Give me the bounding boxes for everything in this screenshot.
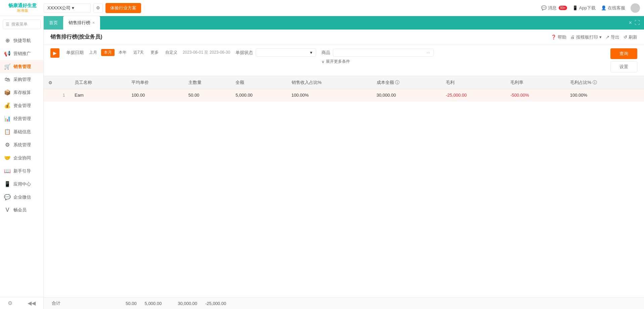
tab-close-icon[interactable]: × [92, 20, 95, 25]
tab-maximize-icon[interactable]: ⛶ [635, 20, 640, 26]
expand-label: 展开更多条件 [326, 59, 350, 64]
cell-profit-pct: 100.00% [566, 89, 644, 101]
date-tab-more[interactable]: 更多 [148, 49, 161, 56]
nav-icon-shortcut: ⊕ [4, 37, 11, 44]
trial-button[interactable]: 体验行业方案 [105, 3, 141, 13]
settings-bottom-icon[interactable]: ⚙ [8, 300, 12, 306]
date-tabs: 上月 本月 本年 近7天 更多 自定义 [86, 49, 180, 56]
sidebar-item-sales[interactable]: 🛒 销售管理 [0, 60, 43, 73]
refresh-button[interactable]: ↺ 刷新 [624, 34, 637, 40]
help-button[interactable]: ❓ 帮助 [551, 34, 566, 40]
date-tab-current-year[interactable]: 本年 [116, 49, 129, 56]
nav-label-wechat: 企业微信 [13, 194, 31, 200]
status-label: 单据状态 [235, 50, 253, 56]
content-area: 首页 销售排行榜 × × ⛶ 销售排行榜(按业务员) [44, 16, 644, 309]
message-label: 消息 [548, 5, 557, 11]
header-row: ⚙ 员工名称 平均单价 主数量 全额 销售收入占比% 成本全额 ⓘ 毛利 毛利率 [44, 76, 644, 89]
sidebar-item-operations[interactable]: 📊 经营管理 [0, 112, 43, 125]
query-button[interactable]: 查询 [610, 48, 637, 59]
settings-icon[interactable]: ⚙ [93, 3, 103, 13]
top-right-area: 💬 消息 99+ 📱 App下载 👤 在线客服 [541, 3, 640, 13]
filter-fields: 单据日期 上月 本月 本年 近7天 更多 自定义 2023-06-01 至 20… [66, 48, 605, 64]
page-title: 销售排行榜(按业务员) [50, 34, 102, 41]
table-settings-button[interactable]: 设置 [610, 61, 637, 72]
nav-label-operations: 经营管理 [13, 116, 31, 122]
action-buttons: 查询 设置 [610, 48, 637, 72]
cell-settings [44, 89, 57, 101]
sidebar-item-shortcut[interactable]: ⊕ 快捷导航 [0, 34, 43, 47]
table-row: 1 Eam 100.00 50.00 5,000.00 100.00% 30,0… [44, 89, 644, 101]
nav-label-enterprise: 企业协同 [13, 155, 31, 161]
date-tab-prev-month[interactable]: 上月 [86, 49, 100, 56]
message-btn[interactable]: 💬 消息 99+ [541, 5, 567, 11]
print-button[interactable]: 🖨 按模板打印 ▾ [570, 34, 602, 40]
tab-home[interactable]: 首页 [44, 16, 63, 30]
footer-row: 合计 50.00 5,000.00 30,000.00 -25,000.00 [48, 300, 640, 306]
date-tab-current-month[interactable]: 本月 [101, 49, 115, 56]
filter-row-1: 单据日期 上月 本月 本年 近7天 更多 自定义 2023-06-01 至 20… [66, 48, 605, 57]
filter-area: ▶ 单据日期 上月 本月 本年 近7天 更多 [44, 45, 644, 76]
sidebar-item-guide[interactable]: 📖 新手引导 [0, 164, 43, 177]
more-icon[interactable]: ··· [427, 50, 430, 55]
page-header: 销售排行榜(按业务员) ❓ 帮助 🖨 按模板打印 ▾ ↗ [44, 30, 644, 45]
nav-icon-member: V [4, 207, 11, 213]
chevron-down-icon: ▾ [72, 5, 74, 10]
date-label: 单据日期 [66, 50, 84, 56]
message-badge: 99+ [559, 6, 567, 10]
cell-name: Eam [71, 89, 127, 101]
nav-icon-apps: 📱 [4, 181, 11, 187]
app-download-btn[interactable]: 📱 App下载 [572, 5, 596, 11]
sidebar-item-member[interactable]: V 畅会员 [0, 204, 43, 216]
tab-close-all-icon[interactable]: × [629, 20, 632, 26]
date-tab-custom[interactable]: 自定义 [163, 49, 180, 56]
sidebar-item-system[interactable]: ⚙ 系统管理 [0, 138, 43, 151]
tab-sales-ranking[interactable]: 销售排行榜 × [63, 16, 100, 30]
refresh-icon: ↺ [624, 35, 627, 40]
nav-icon-inventory: 📦 [4, 89, 11, 96]
date-tab-7days[interactable]: 近7天 [131, 49, 146, 56]
sidebar-item-finance[interactable]: 💰 资金管理 [0, 99, 43, 112]
col-settings[interactable]: ⚙ [44, 76, 57, 89]
expand-conditions-btn[interactable]: ∨ 展开更多条件 [321, 59, 350, 64]
company-selector[interactable]: XXXXX公司 ▾ [44, 3, 91, 13]
print-chevron-icon: ▾ [599, 35, 602, 40]
avatar[interactable] [631, 3, 640, 13]
status-select[interactable]: ▾ [256, 48, 316, 57]
sidebar-item-inventory[interactable]: 📦 库存核算 [0, 86, 43, 99]
sidebar-item-enterprise[interactable]: 🤝 企业协同 [0, 151, 43, 164]
footer-total: 5,000.00 [141, 301, 166, 306]
nav-label-basic: 基础信息 [13, 129, 31, 135]
service-icon: 👤 [601, 5, 606, 10]
tab-bar-right: × ⛶ [629, 20, 644, 26]
col-profit-pct: 毛利占比% ⓘ [566, 76, 644, 89]
page-actions: ❓ 帮助 🖨 按模板打印 ▾ ↗ 导出 ↺ [551, 34, 637, 40]
message-icon: 💬 [541, 5, 547, 10]
search-menu-btn[interactable]: ☰ 搜索菜单 [3, 19, 41, 29]
nav-label-finance: 资金管理 [13, 103, 31, 109]
collapse-filter-btn[interactable]: ▶ [50, 48, 59, 58]
sidebar-item-basic[interactable]: 📋 基础信息 [0, 125, 43, 138]
collapse-icon[interactable]: ◀◀ [28, 300, 36, 306]
col-profit-rate: 毛利率 [506, 76, 566, 89]
print-icon: 🖨 [570, 35, 575, 40]
date-filter: 单据日期 上月 本月 本年 近7天 更多 自定义 2023-06-01 至 20… [66, 49, 230, 56]
online-service-btn[interactable]: 👤 在线客服 [601, 5, 625, 11]
col-name: 员工名称 [71, 76, 127, 89]
nav-label-apps: 应用中心 [13, 181, 31, 187]
col-avg-price: 平均单价 [127, 76, 184, 89]
export-button[interactable]: ↗ 导出 [606, 34, 619, 40]
tab-home-label: 首页 [49, 20, 58, 26]
sidebar-bottom: ⚙ ◀◀ [0, 297, 43, 309]
goods-input[interactable]: ··· [333, 49, 434, 57]
col-total: 全额 [231, 76, 287, 89]
sidebar-item-marketing[interactable]: 📢 营销推广 [0, 47, 43, 60]
table-body: 1 Eam 100.00 50.00 5,000.00 100.00% 30,0… [44, 89, 644, 101]
table-footer: 合计 50.00 5,000.00 30,000.00 -25,000.00 [44, 297, 644, 309]
sidebar-item-wechat[interactable]: 💬 企业微信 [0, 191, 43, 204]
sidebar-item-purchase[interactable]: 🛍 采购管理 [0, 73, 43, 86]
sidebar-search-area: ☰ 搜索菜单 [0, 16, 43, 33]
collapse-icon[interactable]: ▶ [50, 48, 59, 58]
help-icon: ❓ [551, 35, 556, 40]
online-service-label: 在线客服 [608, 5, 625, 11]
sidebar-item-apps[interactable]: 📱 应用中心 [0, 177, 43, 191]
